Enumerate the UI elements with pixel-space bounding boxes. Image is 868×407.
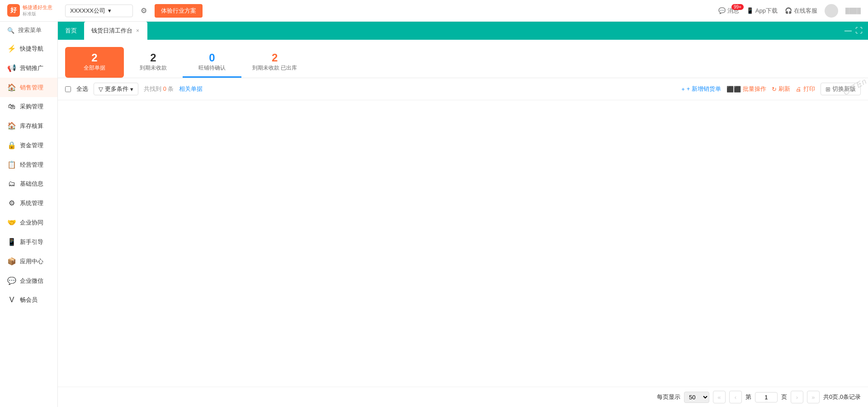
sales-icon: 🏠 xyxy=(7,83,16,92)
stat-pending[interactable]: 0 旺铺待确认 xyxy=(183,47,241,78)
last-page-btn[interactable]: » xyxy=(807,391,820,403)
header-right-area: 💬 消息 99+ 📱 App下载 🎧 在线客服 ████ xyxy=(718,4,861,18)
sidebar: 🔍 搜索菜单 ⚡ 快捷导航 📢 营销推广 🏠 销售管理 🛍 采购管理 🏠 库存核… xyxy=(0,22,58,407)
page-input[interactable] xyxy=(755,392,778,402)
print-btn[interactable]: 🖨 打印 xyxy=(796,85,815,93)
stat-overdue-label: 到期未收款 xyxy=(135,64,172,72)
sidebar-item-guide[interactable]: 📱 新手引导 xyxy=(0,232,57,252)
page-size-select[interactable]: 50 100 200 xyxy=(684,392,709,403)
new-sale-btn[interactable]: + + 新增销货单 xyxy=(681,85,721,93)
app-download-btn[interactable]: 📱 App下载 xyxy=(746,7,778,15)
switch-icon: ⊞ xyxy=(826,86,830,93)
sidebar-item-purchase[interactable]: 🛍 采购管理 xyxy=(0,97,57,116)
last-page-icon: » xyxy=(811,394,815,401)
tab-close-icon[interactable]: × xyxy=(135,27,140,35)
search-label: 搜索菜单 xyxy=(18,26,42,34)
app-center-icon: 📦 xyxy=(7,257,16,266)
select-all-label: 全选 xyxy=(76,85,88,93)
logo-title: 畅捷通好生意 xyxy=(23,4,52,10)
basic-info-icon: 🗂 xyxy=(7,180,16,188)
app-icon: 📱 xyxy=(746,7,754,14)
sidebar-label-enterprise: 企业协同 xyxy=(20,219,43,227)
first-page-btn[interactable]: « xyxy=(713,391,726,403)
filter-btn[interactable]: ▽ 更多条件 ▾ xyxy=(94,83,138,95)
sidebar-label-weixin: 企业微信 xyxy=(20,277,43,285)
page-label-end: 页 xyxy=(781,393,787,401)
user-name-placeholder: ████ xyxy=(845,8,861,14)
company-dropdown-icon: ▾ xyxy=(108,7,111,14)
sidebar-label-guide: 新手引导 xyxy=(20,238,43,246)
batch-btn[interactable]: ⬛⬛ 批量操作 xyxy=(726,85,766,93)
batch-icon: ⬛⬛ xyxy=(726,86,741,93)
stats-row: 2 全部单据 2 到期未收款 0 旺铺待确认 2 到期未收款 已出库 xyxy=(58,40,868,78)
new-sale-label: + 新增销货单 xyxy=(687,85,721,93)
filter-label: 更多条件 xyxy=(105,85,128,93)
message-badge: 99+ xyxy=(731,4,744,10)
sidebar-item-sys-mgmt[interactable]: ⚙ 系统管理 xyxy=(0,193,57,213)
service-btn[interactable]: 🎧 在线客服 xyxy=(785,7,817,15)
count-unit: 条 xyxy=(168,85,174,92)
filter-dropdown-icon: ▾ xyxy=(130,86,133,93)
company-selector[interactable]: XXXXXX公司 ▾ xyxy=(65,5,133,17)
sidebar-label-member: 畅会员 xyxy=(20,296,38,304)
sidebar-label-app-center: 应用中心 xyxy=(20,257,43,266)
sidebar-label-quick-nav: 快捷导航 xyxy=(20,45,43,53)
first-page-icon: « xyxy=(717,394,721,401)
sidebar-item-operations[interactable]: 📋 经营管理 xyxy=(0,155,57,174)
toolbar: 全选 ▽ 更多条件 ▾ 共找到 0 条 相关单据 + + 新增销货单 ⬛⬛ 批量… xyxy=(58,78,868,100)
sidebar-item-enterprise[interactable]: 🤝 企业协同 xyxy=(0,213,57,232)
weixin-icon: 💬 xyxy=(7,276,16,285)
sidebar-label-purchase: 采购管理 xyxy=(20,103,43,111)
tabs-actions: — ⛶ xyxy=(839,27,868,35)
refresh-icon: ↻ xyxy=(772,86,777,93)
sidebar-item-finance[interactable]: 🔒 资金管理 xyxy=(0,136,57,155)
marketing-icon: 📢 xyxy=(7,64,16,72)
settings-icon[interactable]: ⚙ xyxy=(137,4,151,18)
sidebar-item-basic-info[interactable]: 🗂 基础信息 xyxy=(0,174,57,193)
print-label: 打印 xyxy=(803,85,815,93)
content-wrap: 2 全部单据 2 到期未收款 0 旺铺待确认 2 到期未收款 已出库 全选 ▽ … xyxy=(58,40,868,407)
stat-overdue-shipped-num: 2 xyxy=(252,51,297,64)
stat-overdue[interactable]: 2 到期未收款 xyxy=(124,47,183,78)
sidebar-search[interactable]: 🔍 搜索菜单 xyxy=(0,22,57,39)
stat-overdue-shipped-label: 到期未收款 已出库 xyxy=(252,64,297,72)
sidebar-item-quick-nav[interactable]: ⚡ 快捷导航 xyxy=(0,39,57,58)
message-btn[interactable]: 💬 消息 99+ xyxy=(718,7,739,15)
tab-minimize-icon[interactable]: — xyxy=(844,27,852,35)
stat-all[interactable]: 2 全部单据 xyxy=(65,47,124,78)
total-text: 共0页,0条记录 xyxy=(823,393,861,401)
avatar[interactable] xyxy=(825,4,838,18)
select-all-checkbox[interactable] xyxy=(65,86,71,92)
sidebar-item-inventory[interactable]: 🏠 库存核算 xyxy=(0,116,57,136)
toolbar-right: + + 新增销货单 ⬛⬛ 批量操作 ↻ 刷新 🖨 打印 ⊞ 切换新版 xyxy=(681,83,861,95)
sidebar-item-member[interactable]: V 畅会员 xyxy=(0,290,57,309)
prev-page-icon: ‹ xyxy=(735,394,736,401)
page-label: 第 xyxy=(745,393,751,401)
prev-page-btn[interactable]: ‹ xyxy=(729,391,742,403)
tab-maximize-icon[interactable]: ⛶ xyxy=(855,27,863,35)
sidebar-item-app-center[interactable]: 📦 应用中心 xyxy=(0,252,57,271)
logo-area: 好 畅捷通好生意 标准版 xyxy=(7,4,65,17)
enterprise-icon: 🤝 xyxy=(7,218,16,227)
experience-btn[interactable]: 体验行业方案 xyxy=(155,4,203,18)
sidebar-item-weixin[interactable]: 💬 企业微信 xyxy=(0,271,57,290)
guide-icon: 📱 xyxy=(7,238,16,246)
stat-overdue-shipped[interactable]: 2 到期未收款 已出库 xyxy=(241,47,308,78)
search-icon: 🔍 xyxy=(7,27,14,34)
stat-pending-label: 旺铺待确认 xyxy=(193,64,231,72)
refresh-btn[interactable]: ↻ 刷新 xyxy=(772,85,790,93)
operations-icon: 📋 xyxy=(7,160,16,169)
next-page-btn[interactable]: › xyxy=(791,391,803,403)
tab-home[interactable]: 首页 xyxy=(58,22,84,40)
finance-icon: 🔒 xyxy=(7,141,16,150)
related-link[interactable]: 相关单据 xyxy=(179,85,203,93)
sidebar-item-marketing[interactable]: 📢 营销推广 xyxy=(0,58,57,78)
count-value: 0 xyxy=(163,85,166,92)
switch-btn[interactable]: ⊞ 切换新版 xyxy=(821,83,861,95)
sidebar-item-sales[interactable]: 🏠 销售管理 xyxy=(0,78,57,97)
member-icon: V xyxy=(7,296,16,304)
sidebar-label-sales: 销售管理 xyxy=(20,84,43,92)
stat-all-label: 全部单据 xyxy=(76,64,113,72)
tab-workbench[interactable]: 钱货日清工作台 × xyxy=(84,22,147,40)
sidebar-label-marketing: 营销推广 xyxy=(20,64,43,72)
